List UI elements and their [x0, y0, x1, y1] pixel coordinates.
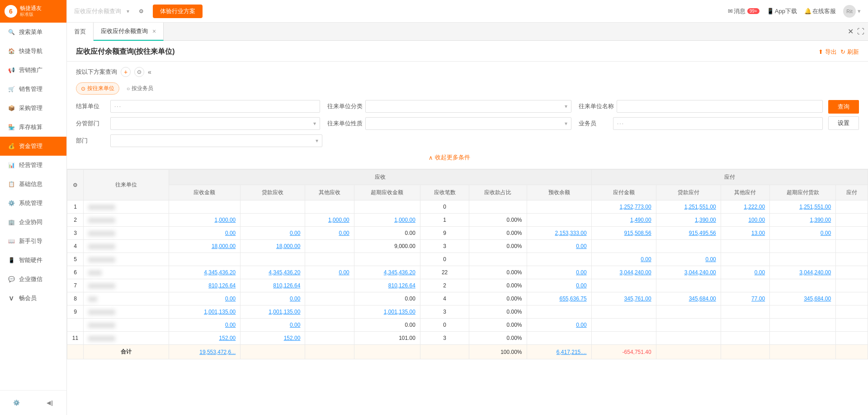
service-icon: 🔔	[804, 8, 811, 14]
user-dropdown-icon: ▾	[858, 8, 861, 14]
sidebar-item-marketing[interactable]: 📢 营销推广	[0, 61, 66, 80]
filter-settings-btn[interactable]: ⊙	[134, 67, 144, 77]
scheme-salesman-icon: ○	[127, 86, 130, 92]
sidebar-item-label: 企业微信	[19, 275, 42, 283]
sidebar: 6 畅捷通友 标准版 🔍 搜索菜单 🏠 快捷导航 📢 营销推广 🛒 销售管理 📦…	[0, 0, 67, 415]
sidebar-logo: 6 畅捷通友 标准版	[0, 0, 66, 23]
ar-prepay-header: 预收余额	[527, 185, 591, 200]
ap-amount-cell: 1,252,773.00	[591, 200, 656, 214]
tab-close-icon[interactable]: ×	[152, 28, 156, 35]
dept-input[interactable]: ▾	[110, 117, 320, 130]
ar-group-header: 应收	[169, 170, 591, 185]
filter-add-btn[interactable]: +	[121, 67, 131, 77]
home-icon: 🏠	[7, 47, 15, 55]
tabbar-expand-btn[interactable]: ⛶	[857, 28, 864, 36]
filter-field-settlement-unit: 结算单位 ···	[76, 100, 320, 113]
filter-collapse-btn[interactable]: «	[148, 68, 151, 76]
sidebar-item-basic-info[interactable]: 📋 基础信息	[0, 175, 66, 194]
unit-category-input[interactable]: ▾	[365, 100, 571, 113]
ar-ratio-cell	[469, 200, 527, 214]
query-btn[interactable]: 查询	[828, 100, 859, 114]
export-btn[interactable]: ⬆ 导出	[818, 48, 837, 56]
ar-overdue-cell	[354, 200, 420, 214]
app-download-label: App下载	[775, 7, 797, 15]
topbar: 应收应付余额查询 ▾ ⚙ 体验行业方案 ✉ 消息 99+ 📱 App下载 🔔 在…	[67, 0, 868, 23]
message-btn[interactable]: ✉ 消息 99+	[728, 7, 760, 15]
sidebar-item-label: 新手引导	[19, 237, 42, 245]
scheme-by-unit[interactable]: ⊙ 按往来单位	[76, 82, 119, 95]
scheme-salesman-label: 按业务员	[132, 85, 153, 92]
dropdown-arrow: ▾	[565, 103, 567, 110]
collapse-icon: ◀‖	[47, 400, 53, 406]
nature-dropdown-arrow: ▾	[565, 120, 567, 127]
logo-text: 畅捷通友	[20, 5, 42, 11]
topbar-gear-btn[interactable]: ⚙	[135, 5, 147, 18]
scheme-by-salesman[interactable]: ○ 按业务员	[122, 83, 158, 94]
unit-nature-label: 往来单位性质	[327, 119, 363, 128]
filter-area: 按以下方案查询 + ⊙ « ⊙ 按往来单位 ○ 按业务员	[67, 62, 868, 169]
sidebar-item-finance[interactable]: 💰 资金管理	[0, 137, 66, 156]
smart-hw-icon: 📱	[7, 256, 15, 264]
ap-other-header: 其他应付	[721, 185, 769, 200]
message-icon: ✉	[728, 8, 733, 14]
ar-overdue-header: 超期应收金额	[354, 185, 420, 200]
data-table: ⚙ 往来单位 应收 应付 应收金额 贷款应收 其他应收 超期应收金额 应收笔数 …	[67, 169, 868, 359]
unit-nature-input[interactable]: ▾	[365, 117, 571, 130]
setting-btn[interactable]: 设置	[828, 116, 859, 130]
dept-dropdown-arrow: ▾	[313, 120, 316, 127]
sidebar-item-enterprise[interactable]: 🏢 企业协同	[0, 213, 66, 232]
sidebar-item-wechat[interactable]: 💬 企业微信	[0, 270, 66, 289]
filter-collapse-more[interactable]: ∧ 收起更多条件	[76, 152, 823, 163]
operation-icon: 📊	[7, 161, 15, 169]
salesman-label: 业务员	[579, 119, 610, 128]
tab-ar-ap-query[interactable]: 应收应付余额查询 ×	[94, 23, 164, 41]
filter-title: 按以下方案查询	[76, 68, 117, 76]
app-download-btn[interactable]: 📱 App下载	[767, 7, 797, 15]
sidebar-item-label: 畅会员	[19, 294, 37, 302]
unit-name-label: 往来单位名称	[579, 102, 614, 110]
refresh-btn[interactable]: ↻ 刷新	[840, 48, 859, 56]
table-row: 8 0.00 0.00 0.00 4 0.00% 655,636.75 345,…	[67, 292, 868, 305]
online-service-btn[interactable]: 🔔 在线客服	[804, 7, 836, 15]
sidebar-settings-btn[interactable]: ⚙️	[6, 395, 27, 410]
collapse-more-icon: ∧	[429, 154, 433, 161]
sidebar-item-purchase[interactable]: 📦 采购管理	[0, 99, 66, 118]
filter-row-3: 部门 ▾	[76, 134, 823, 147]
sidebar-item-smart-hw[interactable]: 📱 智能硬件	[0, 251, 66, 270]
sidebar-item-member[interactable]: V 畅会员	[0, 289, 66, 308]
sidebar-item-inventory[interactable]: 🏪 库存核算	[0, 118, 66, 137]
table-row: 4 18,000.00 18,000.00 9,000.00 3 0.00% 0…	[67, 240, 868, 253]
filter-field-unit-nature: 往来单位性质 ▾	[327, 117, 571, 130]
table-settings-icon[interactable]: ⚙	[73, 182, 78, 188]
page-content: 应收应付余额查询(按往来单位) ⬆ 导出 ↻ 刷新 按以下方案查询 +	[67, 41, 868, 415]
member-icon: V	[7, 294, 15, 302]
tab-home[interactable]: 首页	[67, 23, 94, 41]
sidebar-item-sales[interactable]: 🛒 销售管理	[0, 80, 66, 99]
footer-ar-ratio: 100.00%	[469, 345, 527, 359]
settlement-unit-input[interactable]: ···	[110, 100, 320, 113]
topbar-chevron[interactable]: ▾	[127, 8, 129, 14]
sidebar-item-search-menu[interactable]: 🔍 搜索菜单	[0, 23, 66, 42]
ar-count-header: 应收笔数	[420, 185, 469, 200]
footer-label: 合计	[84, 345, 169, 359]
ap-loan-header: 贷款应付	[656, 185, 721, 200]
trial-btn[interactable]: 体验行业方案	[153, 5, 203, 18]
settings-col-header[interactable]: ⚙	[67, 170, 84, 200]
user-avatar[interactable]: Rit ▾	[843, 5, 861, 18]
refresh-icon: ↻	[840, 48, 845, 55]
salesman-input[interactable]: ···	[613, 117, 823, 130]
sidebar-item-system[interactable]: ⚙️ 系统管理	[0, 194, 66, 213]
sidebar-item-quick-nav[interactable]: 🏠 快捷导航	[0, 42, 66, 61]
collapse-more-label: 收起更多条件	[435, 153, 470, 162]
filter-field-unit-category: 往来单位分类 ▾	[327, 100, 571, 113]
sidebar-collapse-btn[interactable]: ◀‖	[39, 395, 61, 410]
table-row: 0.00 0.00 0.00 0 0.00% 0.00	[67, 319, 868, 332]
search-menu-icon: 🔍	[7, 28, 15, 36]
sidebar-item-operation[interactable]: 📊 经营管理	[0, 156, 66, 175]
sidebar-item-guide[interactable]: 📖 新手引导	[0, 232, 66, 251]
tabbar-close-btn[interactable]: ✕	[848, 27, 854, 36]
filter-field-unit-name: 往来单位名称	[579, 100, 823, 113]
breadcrumb: 应收应付余额查询	[74, 7, 121, 15]
inner-dept-input[interactable]: ▾	[110, 134, 322, 147]
unit-name-input[interactable]	[617, 100, 823, 113]
